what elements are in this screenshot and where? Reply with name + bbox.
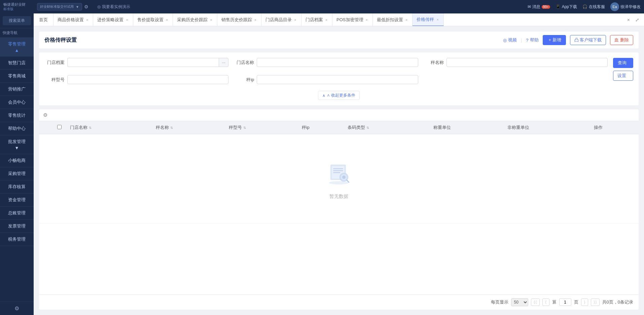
sidebar: 搜索菜单 快捷导航 零售管理 ▲ 智慧门店 零售商城 营销推广 会员中心 零售统… (0, 13, 34, 315)
tab-product-price[interactable]: 商品价格设置 × (53, 13, 93, 26)
tab-store-archive[interactable]: 门店档案 × (301, 13, 332, 26)
th-non-weighing-unit: 非称重单位 (503, 121, 590, 134)
page-content: 价格传秤设置 ◎ 视频 | ? 帮助 + 新增 (34, 26, 644, 315)
video-link[interactable]: ◎ 视频 (503, 37, 517, 43)
query-button[interactable]: 查询 (613, 58, 633, 68)
tab-purchase-history[interactable]: 采购历史价跟踪 × (173, 13, 217, 26)
sidebar-item-label: 智慧门店 (8, 60, 26, 66)
th-barcode-type[interactable]: 条码类型⇅ (344, 121, 429, 134)
message-action[interactable]: ✉ 消息 99+ (528, 4, 550, 10)
table-settings-button[interactable]: ⚙ (43, 112, 47, 118)
sidebar-item-label: 采购管理 (8, 171, 26, 177)
tab-label: 销售历史价跟踪 (221, 17, 252, 23)
tab-pos-mgmt[interactable]: POS加密管理 × (332, 13, 373, 26)
page-size-select[interactable]: 50 10 20 100 (511, 298, 528, 306)
th-store-name[interactable]: 门店名称⇅ (66, 121, 152, 134)
sidebar-item-retail-mgmt[interactable]: 零售管理 ▲ (0, 38, 34, 57)
sidebar-item-funds-mgmt[interactable]: 资金管理 (0, 194, 34, 207)
scale-ip-input[interactable] (257, 75, 418, 84)
th-scale-name[interactable]: 秤名称⇅ (152, 121, 225, 134)
sidebar-item-ecommerce[interactable]: 小畅电商 (0, 154, 34, 167)
help-link[interactable]: ? 帮助 (526, 37, 538, 43)
sidebar-item-retail-stats[interactable]: 零售统计 (0, 109, 34, 122)
first-page-button[interactable]: ⟨⟨ (531, 299, 540, 306)
sidebar-item-label: 零售商城 (8, 73, 26, 79)
close-tab-button[interactable]: × (625, 16, 632, 24)
help-icon: ? (526, 38, 528, 43)
store-archive-label: 门店档案 (44, 60, 65, 66)
select-all-checkbox[interactable] (57, 125, 62, 129)
th-scale-ip: 秤ip (298, 121, 344, 134)
top-bar-left: 畅捷通好业财 标准版 (3, 2, 37, 11)
store-archive-input[interactable] (67, 58, 219, 67)
tab-label: 进价策略设置 (97, 17, 123, 23)
scale-model-input[interactable] (67, 75, 228, 84)
tab-price-scale[interactable]: 价格传秤 × (413, 13, 443, 26)
add-button[interactable]: + 新增 (543, 35, 566, 45)
tab-home[interactable]: 首页 (34, 13, 53, 26)
th-checkbox (52, 121, 66, 134)
sidebar-item-label: 帮助中心 (8, 126, 26, 132)
tab-close-icon[interactable]: × (436, 17, 439, 22)
table-header-row: 门店名称⇅ 秤名称⇅ 秤型号⇅ 秤ip (39, 121, 639, 134)
sidebar-item-invoice-mgmt[interactable]: 发票管理 (0, 220, 34, 233)
tab-close-icon[interactable]: × (165, 18, 169, 22)
svg-point-0 (329, 181, 349, 184)
tab-purchase-strategy[interactable]: 进价策略设置 × (93, 13, 133, 26)
store-archive-btn[interactable]: ··· (219, 58, 228, 67)
version-selector[interactable]: 好业财标准版交付试用 ▼ (37, 3, 82, 10)
tab-bar: 首页 商品价格设置 × 进价策略设置 × 售价提取设置 × 采购历史价跟踪 × (34, 13, 644, 26)
tab-sale-history[interactable]: 销售历史价跟踪 × (217, 13, 261, 26)
tab-label: 采购历史价跟踪 (177, 17, 208, 23)
user-profile-action[interactable]: Ea 徐泽华修改 (610, 2, 641, 11)
fullscreen-button[interactable]: ⤢ (633, 16, 641, 24)
page-header: 价格传秤设置 ◎ 视频 | ? 帮助 + 新增 (39, 32, 639, 48)
tab-sale-extract[interactable]: 售价提取设置 × (133, 13, 173, 26)
global-settings-button[interactable]: ⚙ (82, 3, 91, 11)
sidebar-item-online-store[interactable]: 零售商城 (0, 70, 34, 83)
sidebar-item-smart-store[interactable]: 智慧门店 (0, 57, 34, 70)
tab-close-icon[interactable]: × (405, 18, 408, 22)
sidebar-item-inventory[interactable]: 库存核算 (0, 180, 34, 194)
tab-close-icon[interactable]: × (254, 18, 257, 22)
delete-button[interactable]: 血 删除 (610, 35, 633, 45)
tab-close-icon[interactable]: × (325, 18, 328, 22)
app-logo: 畅捷通好业财 标准版 (3, 2, 26, 11)
demo-link[interactable]: ◎ 我要看实例演示 (97, 4, 130, 10)
tab-close-icon[interactable]: × (85, 18, 89, 22)
collapse-button[interactable]: ∧ ∧ 收起更多条件 (318, 91, 360, 100)
sidebar-item-general-ledger[interactable]: 总账管理 (0, 207, 34, 220)
search-menu-button[interactable]: 搜索菜单 (3, 16, 31, 25)
sidebar-item-purchase-mgmt[interactable]: 采购管理 (0, 167, 34, 180)
next-page-button[interactable]: ⟩ (581, 299, 588, 306)
tab-close-icon[interactable]: × (293, 18, 297, 22)
sidebar-item-help-center[interactable]: 帮助中心 (0, 122, 34, 135)
scale-name-input[interactable] (446, 58, 608, 67)
sidebar-quick-nav[interactable]: 快捷导航 (0, 28, 34, 38)
data-table: 门店名称⇅ 秤名称⇅ 秤型号⇅ 秤ip (39, 121, 639, 223)
prev-page-button[interactable]: ⟨ (542, 299, 549, 306)
th-scale-model[interactable]: 秤型号⇅ (225, 121, 298, 134)
chevron-up-icon: ▲ (15, 48, 19, 53)
tab-close-icon[interactable]: × (365, 18, 368, 22)
sidebar-item-member-center[interactable]: 会员中心 (0, 96, 34, 109)
page-input[interactable] (559, 299, 571, 306)
settings-button[interactable]: 设置 (613, 71, 633, 81)
last-page-button[interactable]: ⟩⟩ (591, 299, 600, 306)
sidebar-item-label: 会员中心 (8, 99, 26, 105)
download-client-button[interactable]: 凸 客户端下载 (570, 35, 606, 45)
tab-close-icon[interactable]: × (209, 18, 213, 22)
tab-min-discount[interactable]: 最低折扣设置 × (373, 13, 413, 26)
tab-close-icon[interactable]: × (125, 18, 129, 22)
app-download-action[interactable]: 📱 App下载 (556, 4, 577, 10)
sidebar-item-tax-mgmt[interactable]: 税务管理 (0, 233, 34, 246)
tab-store-catalog[interactable]: 门店商品目录 × (261, 13, 301, 26)
sidebar-item-marketing[interactable]: 营销推广 (0, 83, 34, 96)
table-toolbar: ⚙ (39, 109, 639, 121)
sidebar-item-wholesale-mgmt[interactable]: 批发管理 ▼ (0, 135, 34, 154)
online-service-action[interactable]: 🎧 在线客服 (582, 4, 605, 10)
sidebar-gear-button[interactable]: ⚙ (14, 305, 19, 312)
store-name-input[interactable] (257, 58, 418, 67)
sidebar-item-label: 零售统计 (8, 112, 26, 118)
table-body: 暂无数据 (39, 134, 639, 223)
